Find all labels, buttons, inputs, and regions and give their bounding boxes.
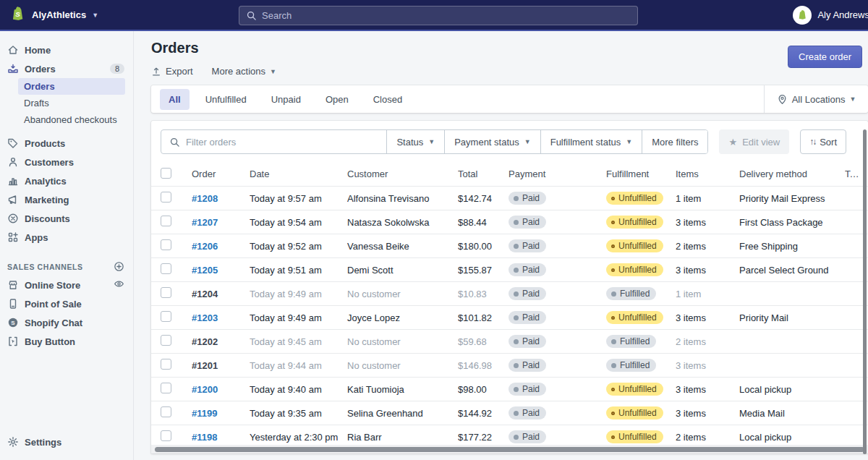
storefront-icon [7,279,19,291]
sidebar-item-buy-button[interactable]: Buy Button [0,332,133,351]
tab-all[interactable]: All [160,89,190,110]
tab-unfulfilled[interactable]: Unfulfilled [197,89,255,110]
chevron-down-icon: ▼ [92,12,98,19]
sidebar-item-customers[interactable]: Customers [0,153,133,171]
status-dot-icon [611,388,615,391]
row-checkbox[interactable] [161,406,171,417]
export-button[interactable]: Export [151,66,193,77]
edit-view-button[interactable]: ★ Edit view [719,129,789,154]
sidebar-item-shopify-chat[interactable]: S Shopify Chat [0,313,133,332]
more-actions-button[interactable]: More actions ▼ [212,66,276,77]
order-row[interactable]: #1206Today at 9:52 amVanessa Beike$180.0… [151,234,868,257]
filter-orders-input[interactable] [186,137,386,148]
chevron-down-icon: ▼ [428,138,435,145]
select-all-checkbox[interactable] [161,168,171,179]
order-customer: Ria Barr [347,432,458,443]
add-channel-icon[interactable] [114,261,124,273]
chevron-down-icon: ▼ [270,68,276,75]
store-switcher[interactable]: S AlyAthletics ▼ [0,6,109,25]
tab-unpaid[interactable]: Unpaid [263,89,310,110]
sidebar-item-marketing[interactable]: Marketing [0,190,133,209]
row-checkbox[interactable] [161,430,171,441]
sidebar-item-discounts[interactable]: Discounts [0,209,133,228]
order-date: Today at 9:40 am [250,384,347,395]
order-number-link[interactable]: #1205 [192,265,250,276]
horizontal-scrollbar-thumb[interactable] [155,447,864,452]
user-menu[interactable]: Aly Andrews [788,0,868,30]
sidebar-item-online-store[interactable]: Online Store [0,276,133,294]
order-total: $146.98 [458,360,509,371]
order-number-link[interactable]: #1203 [192,312,250,323]
tag-icon [7,137,19,149]
order-row[interactable]: #1202Today at 9:45 amNo customer$59.68Pa… [151,329,868,353]
home-icon [7,44,19,56]
order-items: 2 items [676,432,739,443]
order-row[interactable]: #1203Today at 9:49 amJoyce Lopez$101.82P… [151,305,868,329]
chevron-down-icon: ▼ [524,138,531,145]
fulfillment-status-filter[interactable]: Fulfillment status▼ [540,130,642,153]
order-number-link[interactable]: #1207 [192,217,250,228]
order-number-link[interactable]: #1198 [192,432,250,443]
sidebar-subitem-orders[interactable]: Orders [18,78,125,95]
order-number-link[interactable]: #1200 [192,384,250,395]
order-items: 3 items [676,312,739,323]
order-number-link[interactable]: #1208 [192,193,250,204]
order-row[interactable]: #1208Today at 9:57 amAlfonsina Trevisano… [151,186,868,210]
row-checkbox[interactable] [161,359,171,370]
fulfillment-badge: Fulfilled [606,287,656,300]
sidebar-item-settings[interactable]: Settings [0,433,133,451]
order-row[interactable]: #1201Today at 9:44 amNo customer$146.98P… [151,353,868,377]
row-checkbox[interactable] [161,311,171,322]
order-row[interactable]: #1207Today at 9:54 amNatasza Sokolwska$8… [151,210,868,234]
status-dot-icon [611,291,616,297]
order-row[interactable]: #1204Today at 9:49 amNo customer$10.83Pa… [151,281,868,305]
sidebar-subitem-abandoned-checkouts[interactable]: Abandoned checkouts [0,111,133,128]
fulfillment-badge: Fulfilled [606,359,656,372]
chevron-down-icon: ▼ [849,95,856,103]
tab-closed[interactable]: Closed [365,89,411,110]
row-checkbox[interactable] [161,335,171,346]
sort-button[interactable]: ↑↓ Sort [800,129,846,154]
order-number-link[interactable]: #1204 [192,289,250,299]
user-name: Aly Andrews [817,9,868,20]
row-checkbox[interactable] [161,383,171,393]
order-row[interactable]: #1205Today at 9:51 amDemi Scott$155.87Pa… [151,257,868,281]
payment-badge: Paid [509,263,546,276]
global-search[interactable] [239,6,638,25]
create-order-button[interactable]: Create order [788,46,862,68]
order-number-link[interactable]: #1201 [192,360,250,371]
row-checkbox[interactable] [161,263,171,274]
row-checkbox[interactable] [161,287,171,298]
order-row[interactable]: #1200Today at 9:40 amKati Tuomioja$98.00… [151,377,868,401]
sidebar-item-orders[interactable]: Orders 8 [0,59,133,78]
sidebar-item-point-of-sale[interactable]: Point of Sale [0,294,133,313]
status-dot-icon [514,268,519,273]
tab-open[interactable]: Open [317,89,357,110]
horizontal-scrollbar[interactable] [151,445,868,453]
order-number-link[interactable]: #1202 [192,336,250,347]
payment-status-cell: Paid [509,359,606,372]
sidebar-item-apps[interactable]: Apps [0,228,133,247]
column-header-total: Total [458,169,509,179]
fulfillment-status-cell: Unfulfilled [606,406,676,420]
vertical-scrollbar[interactable] [863,129,867,454]
filter-orders-search[interactable] [161,130,386,153]
order-number-link[interactable]: #1199 [192,408,250,419]
row-checkbox[interactable] [161,192,171,203]
order-delivery-method: Priority Mail Express [739,193,845,204]
status-filter[interactable]: Status▼ [386,130,444,153]
locations-selector[interactable]: All Locations ▼ [764,85,868,113]
order-row[interactable]: #1199Today at 9:35 amSelina Greenhand$14… [151,401,868,425]
row-checkbox[interactable] [161,239,171,250]
sidebar-item-products[interactable]: Products [0,134,133,153]
sidebar-item-analytics[interactable]: Analytics [0,171,133,190]
payment-status-filter[interactable]: Payment status▼ [444,130,540,153]
order-total: $177.22 [458,432,509,443]
eye-icon[interactable] [114,278,124,291]
global-search-input[interactable] [262,10,637,21]
sidebar-subitem-drafts[interactable]: Drafts [0,95,133,111]
sidebar-item-home[interactable]: Home [0,41,133,59]
order-number-link[interactable]: #1206 [192,241,250,252]
row-checkbox[interactable] [161,216,171,226]
more-filters-button[interactable]: More filters [642,130,707,153]
